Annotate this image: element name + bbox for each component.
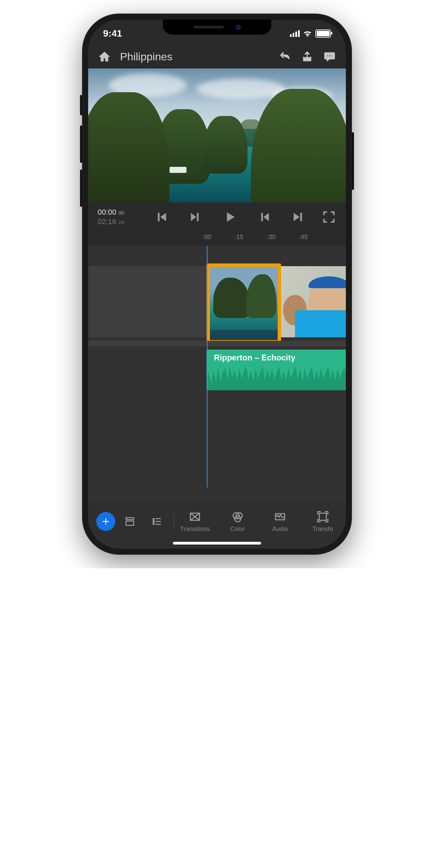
svg-rect-10 <box>319 513 326 520</box>
transitions-tool[interactable]: Transitions <box>180 511 210 533</box>
device-frame: 9:41 Philippines <box>82 14 352 555</box>
fullscreen-button[interactable] <box>321 210 336 224</box>
app-header: Philippines <box>88 45 346 68</box>
current-frames: 00 <box>118 210 124 216</box>
wifi-icon <box>303 30 312 37</box>
player-controls: 00:00 00 02:16 24 <box>88 202 346 232</box>
project-title: Philippines <box>120 51 269 63</box>
playhead[interactable] <box>207 246 208 488</box>
total-time: 02:16 <box>98 217 116 226</box>
video-preview[interactable] <box>88 68 346 202</box>
svg-point-1 <box>329 55 330 57</box>
notch <box>163 20 271 35</box>
home-indicator[interactable] <box>173 542 261 545</box>
video-clip-1-selected[interactable] <box>206 263 281 343</box>
signal-icon <box>290 30 300 37</box>
comments-button[interactable] <box>323 50 336 63</box>
project-panel-button[interactable] <box>117 516 142 527</box>
audio-track[interactable]: Ripperton – Echocity <box>88 350 346 390</box>
audio-clip[interactable]: Ripperton – Echocity <box>206 350 346 390</box>
go-end-button[interactable] <box>290 209 307 225</box>
ruler-tick: :00 <box>202 234 211 241</box>
svg-point-2 <box>331 55 332 57</box>
bottom-toolbar: Transitions Color Audio Transfo <box>88 501 346 549</box>
total-frames: 24 <box>118 219 124 225</box>
transitions-label: Transitions <box>180 526 210 533</box>
share-button[interactable] <box>300 50 314 63</box>
step-back-button[interactable] <box>187 209 204 225</box>
ruler-tick: :30 <box>267 234 275 241</box>
time-ruler[interactable]: :00 :15 :30 :45 <box>88 232 346 246</box>
current-time: 00:00 <box>98 208 116 216</box>
timeline[interactable]: Ripperton – Echocity <box>88 246 346 501</box>
video-clip-2[interactable] <box>279 266 346 337</box>
color-tool[interactable]: Color <box>223 511 253 533</box>
undo-button[interactable] <box>278 50 292 63</box>
audio-clip-label: Ripperton – Echocity <box>214 353 295 362</box>
transform-label: Transfo <box>313 526 333 533</box>
svg-rect-3 <box>126 518 134 520</box>
status-time: 9:41 <box>103 28 122 39</box>
battery-icon <box>315 29 331 38</box>
svg-rect-4 <box>126 521 134 526</box>
add-media-button[interactable] <box>96 512 115 531</box>
audio-tool[interactable]: Audio <box>265 511 295 533</box>
video-track[interactable] <box>88 266 346 337</box>
home-button[interactable] <box>98 50 111 63</box>
color-label: Color <box>230 526 245 533</box>
toolbar-divider <box>174 513 174 530</box>
svg-point-0 <box>327 55 328 57</box>
secondary-track[interactable] <box>88 341 346 346</box>
ruler-tick: :15 <box>235 234 243 241</box>
transform-tool[interactable]: Transfo <box>308 511 338 533</box>
go-start-button[interactable] <box>153 209 170 225</box>
step-forward-button[interactable] <box>256 209 273 225</box>
screen: 9:41 Philippines <box>88 20 346 549</box>
timecode: 00:00 00 02:16 24 <box>98 208 138 226</box>
audio-label: Audio <box>272 526 288 533</box>
timeline-view-button[interactable] <box>144 516 170 527</box>
play-button[interactable] <box>221 209 238 225</box>
ruler-tick: :45 <box>299 234 308 241</box>
status-icons <box>290 29 331 38</box>
